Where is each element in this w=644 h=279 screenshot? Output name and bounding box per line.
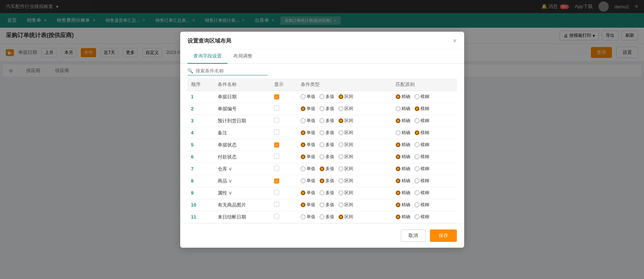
cell-name: 单据日期 <box>214 91 271 103</box>
match-option-模糊[interactable]: 模糊 <box>415 166 429 172</box>
match-option-模糊[interactable]: 模糊 <box>415 190 429 196</box>
match-option-模糊[interactable]: 模糊 <box>415 178 429 184</box>
dialog-table-wrap: 顺序 条件名称 显示 条件类型 匹配原则 1单据日期单值多值区间精确模糊2单据编… <box>180 78 464 223</box>
match-option-精确[interactable]: 精确 <box>396 154 410 160</box>
cell-display[interactable] <box>270 199 297 211</box>
match-option-精确[interactable]: 精确 <box>396 166 410 172</box>
cell-display[interactable] <box>270 211 297 223</box>
match-option-模糊[interactable]: 模糊 <box>415 118 429 124</box>
type-option-多值[interactable]: 多值 <box>320 118 334 124</box>
display-checkbox[interactable] <box>274 214 279 219</box>
type-option-多值[interactable]: 多值 <box>320 166 334 172</box>
cell-display[interactable] <box>270 187 297 199</box>
cancel-button[interactable]: 取消 <box>401 229 426 242</box>
cell-display[interactable] <box>270 115 297 127</box>
cell-type: 单值多值区间 <box>297 175 392 187</box>
display-checkbox[interactable] <box>274 142 279 148</box>
display-checkbox[interactable] <box>274 202 279 207</box>
match-option-精确[interactable]: 精确 <box>396 142 410 148</box>
tab-query-fields[interactable]: 查询字段设置 <box>187 49 228 64</box>
type-option-多值[interactable]: 多值 <box>320 154 334 160</box>
type-option-单值[interactable]: 单值 <box>301 214 315 220</box>
type-option-单值[interactable]: 单值 <box>301 154 315 160</box>
table-row: 7仓库 ∨单值多值区间精确模糊 <box>187 163 457 175</box>
type-option-多值[interactable]: 多值 <box>320 142 334 148</box>
display-checkbox[interactable] <box>274 178 279 184</box>
search-icon: 🔍 <box>187 68 193 74</box>
type-option-多值[interactable]: 多值 <box>320 214 334 220</box>
type-option-单值[interactable]: 单值 <box>301 178 315 184</box>
cell-type: 单值多值区间 <box>297 163 392 175</box>
match-option-模糊[interactable]: 模糊 <box>415 202 429 208</box>
cell-order: 11 <box>187 211 214 223</box>
display-checkbox[interactable] <box>274 118 279 123</box>
col-order: 顺序 <box>187 78 214 91</box>
type-option-多值[interactable]: 多值 <box>320 190 334 196</box>
cell-name: 预计到货日期 <box>214 115 271 127</box>
type-option-多值[interactable]: 多值 <box>320 178 334 184</box>
match-option-模糊[interactable]: 模糊 <box>415 214 429 220</box>
match-option-精确[interactable]: 精确 <box>396 202 410 208</box>
type-option-区间[interactable]: 区间 <box>339 106 353 112</box>
type-option-单值[interactable]: 单值 <box>301 166 315 172</box>
match-option-模糊[interactable]: 模糊 <box>415 94 429 100</box>
display-checkbox[interactable] <box>274 130 279 135</box>
type-option-单值[interactable]: 单值 <box>301 202 315 208</box>
cell-display[interactable] <box>270 139 297 151</box>
type-option-区间[interactable]: 区间 <box>339 130 353 136</box>
cell-display[interactable] <box>270 103 297 115</box>
type-option-多值[interactable]: 多值 <box>320 94 334 100</box>
type-option-区间[interactable]: 区间 <box>339 118 353 124</box>
type-option-区间[interactable]: 区间 <box>339 166 353 172</box>
type-option-区间[interactable]: 区间 <box>339 202 353 208</box>
cell-match: 精确模糊 <box>392 139 457 151</box>
display-checkbox[interactable] <box>274 94 279 99</box>
cell-display[interactable] <box>270 91 297 103</box>
type-option-多值[interactable]: 多值 <box>320 130 334 136</box>
type-option-区间[interactable]: 区间 <box>339 190 353 196</box>
match-option-模糊[interactable]: 模糊 <box>415 130 429 136</box>
display-checkbox[interactable] <box>274 190 279 195</box>
cell-match: 精确模糊 <box>392 163 457 175</box>
cell-order: 6 <box>187 151 214 163</box>
search-input[interactable] <box>195 68 261 74</box>
match-option-精确[interactable]: 精确 <box>396 106 410 112</box>
type-option-单值[interactable]: 单值 <box>301 142 315 148</box>
display-checkbox[interactable] <box>274 154 279 159</box>
type-option-单值[interactable]: 单值 <box>301 130 315 136</box>
type-option-单值[interactable]: 单值 <box>301 118 315 124</box>
match-option-精确[interactable]: 精确 <box>396 94 410 100</box>
type-option-单值[interactable]: 单值 <box>301 190 315 196</box>
type-option-区间[interactable]: 区间 <box>339 154 353 160</box>
match-option-精确[interactable]: 精确 <box>396 130 410 136</box>
type-option-区间[interactable]: 区间 <box>339 142 353 148</box>
cell-display[interactable] <box>270 163 297 175</box>
match-option-精确[interactable]: 精确 <box>396 178 410 184</box>
match-option-精确[interactable]: 精确 <box>396 118 410 124</box>
match-option-精确[interactable]: 精确 <box>396 214 410 220</box>
search-box: 🔍 <box>187 68 268 75</box>
match-option-模糊[interactable]: 模糊 <box>415 106 429 112</box>
cell-display[interactable] <box>270 127 297 139</box>
display-checkbox[interactable] <box>274 106 279 111</box>
dialog-tabs: 查询字段设置 布局调整 <box>180 49 464 64</box>
table-row: 6付款状态单值多值区间精确模糊 <box>187 151 457 163</box>
tab-layout-adjust[interactable]: 布局调整 <box>228 49 258 64</box>
display-checkbox[interactable] <box>274 166 279 171</box>
type-option-单值[interactable]: 单值 <box>301 94 315 100</box>
type-option-区间[interactable]: 区间 <box>339 178 353 184</box>
cell-display[interactable] <box>270 175 297 187</box>
type-option-多值[interactable]: 多值 <box>320 202 334 208</box>
match-option-模糊[interactable]: 模糊 <box>415 142 429 148</box>
match-option-模糊[interactable]: 模糊 <box>415 154 429 160</box>
col-type: 条件类型 <box>297 78 392 91</box>
match-option-精确[interactable]: 精确 <box>396 190 410 196</box>
type-option-多值[interactable]: 多值 <box>320 106 334 112</box>
cell-type: 单值多值区间 <box>297 199 392 211</box>
cell-display[interactable] <box>270 151 297 163</box>
type-option-单值[interactable]: 单值 <box>301 106 315 112</box>
type-option-区间[interactable]: 区间 <box>339 214 353 220</box>
type-option-区间[interactable]: 区间 <box>339 94 353 100</box>
dialog-close-button[interactable]: × <box>453 38 457 44</box>
save-button[interactable]: 保存 <box>430 229 457 242</box>
